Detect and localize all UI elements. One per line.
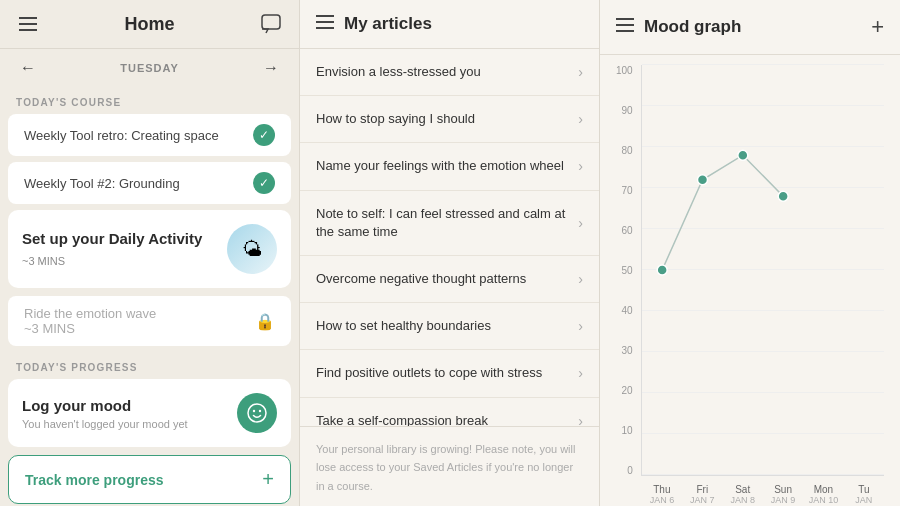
y-label-30: 30 — [616, 345, 633, 356]
article-chevron-0: › — [578, 64, 583, 80]
svg-rect-12 — [616, 30, 634, 32]
article-item-2[interactable]: Name your feelings with the emotion whee… — [300, 143, 599, 190]
lock-icon: 🔒 — [255, 312, 275, 331]
article-chevron-7: › — [578, 413, 583, 426]
y-label-10: 10 — [616, 425, 633, 436]
mid-footer-text: Your personal library is growing! Please… — [316, 443, 575, 492]
article-item-text-0: Envision a less-stressed you — [316, 63, 570, 81]
course-item-2[interactable]: Weekly Tool #2: Grounding — [8, 162, 291, 204]
x-label-4: MonJAN 10 — [803, 484, 843, 505]
locked-item-mins: ~3 MINS — [24, 321, 156, 336]
activity-card[interactable]: Set up your Daily Activity ~3 MINS 🌤 — [8, 210, 291, 288]
nav-day-label: TUESDAY — [120, 62, 179, 74]
article-chevron-3: › — [578, 215, 583, 231]
hamburger-icon[interactable] — [16, 12, 40, 36]
y-label-40: 40 — [616, 305, 633, 316]
y-label-0: 0 — [616, 465, 633, 476]
svg-point-14 — [697, 175, 707, 185]
svg-point-13 — [657, 265, 667, 275]
line-chart-svg — [642, 65, 884, 475]
right-panel: Mood graph + 0102030405060708090100 ThuJ… — [600, 0, 900, 506]
x-label-3: SunJAN 9 — [763, 484, 803, 505]
article-chevron-1: › — [578, 111, 583, 127]
svg-point-15 — [738, 150, 748, 160]
article-item-text-2: Name your feelings with the emotion whee… — [316, 157, 570, 175]
x-label-5: TuJAN — [844, 484, 884, 505]
mood-icon — [237, 393, 277, 433]
svg-point-16 — [778, 191, 788, 201]
today-course-label: TODAY'S COURSE — [0, 87, 299, 114]
locked-item: Ride the emotion wave ~3 MINS 🔒 — [8, 296, 291, 346]
article-chevron-6: › — [578, 365, 583, 381]
track-btn-label: Track more progress — [25, 472, 164, 488]
nav-back-arrow[interactable]: ← — [20, 59, 36, 77]
mid-hamburger-icon[interactable] — [316, 15, 334, 33]
article-item-0[interactable]: Envision a less-stressed you › — [300, 49, 599, 96]
right-panel-title: Mood graph — [644, 17, 741, 37]
y-label-60: 60 — [616, 225, 633, 236]
mood-card-title: Log your mood — [22, 397, 188, 414]
mood-card[interactable]: Log your mood You haven't logged your mo… — [8, 379, 291, 447]
article-chevron-5: › — [578, 318, 583, 334]
track-btn-plus-icon: + — [262, 468, 274, 491]
add-mood-button[interactable]: + — [871, 14, 884, 40]
course-item-1[interactable]: Weekly Tool retro: Creating space — [8, 114, 291, 156]
activity-mins: ~3 MINS — [22, 255, 65, 267]
svg-rect-9 — [316, 27, 334, 29]
track-progress-button[interactable]: Track more progress + — [8, 455, 291, 504]
right-hamburger-icon[interactable] — [616, 18, 634, 36]
mood-chart: 0102030405060708090100 ThuJAN 6FriJAN 7S… — [616, 65, 884, 506]
svg-rect-10 — [616, 18, 634, 20]
article-item-text-4: Overcome negative thought patterns — [316, 270, 570, 288]
nav-bar: ← TUESDAY → — [0, 49, 299, 87]
y-label-90: 90 — [616, 105, 633, 116]
y-axis: 0102030405060708090100 — [616, 65, 641, 506]
svg-point-4 — [248, 404, 266, 422]
left-panel: Home ← TUESDAY → TODAY'S COURSE Weekly T… — [0, 0, 300, 506]
mid-panel-title: My articles — [344, 14, 432, 34]
mid-panel: My articles Envision a less-stressed you… — [300, 0, 600, 506]
article-item-7[interactable]: Take a self-compassion break › — [300, 398, 599, 426]
svg-rect-8 — [316, 21, 334, 23]
article-list: Envision a less-stressed you › How to st… — [300, 49, 599, 426]
article-item-text-1: How to stop saying I should — [316, 110, 570, 128]
y-label-100: 100 — [616, 65, 633, 76]
x-label-0: ThuJAN 6 — [642, 484, 682, 505]
svg-point-5 — [253, 410, 255, 412]
svg-point-6 — [259, 410, 261, 412]
y-label-20: 20 — [616, 385, 633, 396]
right-header: Mood graph + — [600, 0, 900, 55]
svg-rect-2 — [19, 29, 37, 31]
y-label-80: 80 — [616, 145, 633, 156]
article-chevron-4: › — [578, 271, 583, 287]
article-item-4[interactable]: Overcome negative thought patterns › — [300, 256, 599, 303]
article-item-6[interactable]: Find positive outlets to cope with stres… — [300, 350, 599, 397]
y-label-70: 70 — [616, 185, 633, 196]
check-icon-2 — [253, 172, 275, 194]
today-progress-label: TODAY'S PROGRESS — [0, 352, 299, 379]
activity-text: Set up your Daily Activity ~3 MINS — [22, 230, 202, 269]
left-panel-title: Home — [124, 14, 174, 35]
x-label-2: SatJAN 8 — [722, 484, 762, 505]
article-item-text-6: Find positive outlets to cope with stres… — [316, 364, 570, 382]
check-icon-1 — [253, 124, 275, 146]
chart-body: ThuJAN 6FriJAN 7SatJAN 8SunJAN 9MonJAN 1… — [641, 65, 884, 476]
course-item-2-text: Weekly Tool #2: Grounding — [24, 176, 180, 191]
chart-area: 0102030405060708090100 ThuJAN 6FriJAN 7S… — [600, 55, 900, 506]
svg-rect-3 — [262, 15, 280, 29]
article-item-5[interactable]: How to set healthy boundaries › — [300, 303, 599, 350]
x-label-1: FriJAN 7 — [682, 484, 722, 505]
mid-footer: Your personal library is growing! Please… — [300, 426, 599, 507]
svg-rect-11 — [616, 24, 634, 26]
svg-rect-0 — [19, 17, 37, 19]
nav-forward-arrow[interactable]: → — [263, 59, 279, 77]
chat-icon[interactable] — [259, 12, 283, 36]
mood-card-subtitle: You haven't logged your mood yet — [22, 418, 188, 430]
mid-header: My articles — [300, 0, 599, 49]
article-item-1[interactable]: How to stop saying I should › — [300, 96, 599, 143]
article-item-text-7: Take a self-compassion break — [316, 412, 570, 426]
article-item-3[interactable]: Note to self: I can feel stressed and ca… — [300, 191, 599, 256]
article-chevron-2: › — [578, 158, 583, 174]
activity-title: Set up your Daily Activity — [22, 230, 202, 247]
course-item-1-text: Weekly Tool retro: Creating space — [24, 128, 219, 143]
